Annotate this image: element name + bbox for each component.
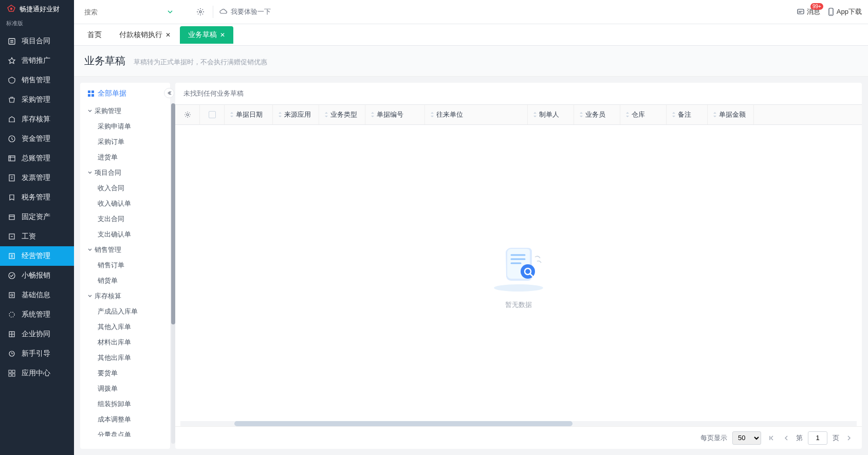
horizontal-scrollbar[interactable] <box>180 421 857 426</box>
pagination: 每页显示 50 第 页 <box>175 426 862 449</box>
tree-group-2[interactable]: 销售管理 <box>80 242 170 258</box>
filter-root[interactable]: 全部单据 <box>80 89 170 103</box>
tree-item[interactable]: 成本调整单 <box>80 412 170 427</box>
close-icon[interactable]: ✕ <box>220 31 225 39</box>
sort-icon <box>625 112 630 118</box>
messages-button[interactable]: 消息 99+ <box>797 7 820 16</box>
filter-scroll-thumb[interactable] <box>171 103 175 324</box>
nav-item-16[interactable]: 新手引导 <box>0 344 74 363</box>
nav-item-15[interactable]: 企业协同 <box>0 324 74 344</box>
nav-item-1[interactable]: 营销推广 <box>0 51 74 70</box>
column-label: 制单人 <box>539 110 559 119</box>
nav-item-4[interactable]: 库存核算 <box>0 110 74 129</box>
tree-item[interactable]: 收入合同 <box>80 180 170 196</box>
collapse-toggle[interactable] <box>164 88 174 98</box>
select-all-checkbox[interactable] <box>200 105 225 124</box>
nav-item-13[interactable]: 基础信息 <box>0 285 74 305</box>
column-header[interactable]: 单据金额 <box>708 105 754 124</box>
search-dropdown-icon[interactable] <box>168 9 173 14</box>
brand: 畅捷通好业财 <box>0 0 74 19</box>
feedback-button[interactable]: 我要体验一下 <box>219 7 271 16</box>
horizontal-scroll-thumb[interactable] <box>234 421 572 426</box>
brand-edition: 标准版 <box>0 19 74 31</box>
column-header[interactable]: 备注 <box>667 105 708 124</box>
filter-scrollbar[interactable] <box>171 103 175 444</box>
nav-icon <box>7 212 16 222</box>
column-header[interactable]: 单据日期 <box>225 105 273 124</box>
tree-item[interactable]: 要货单 <box>80 366 170 381</box>
tab-0[interactable]: 首页 <box>79 26 110 44</box>
nav-item-17[interactable]: 应用中心 <box>0 363 74 383</box>
page-input[interactable] <box>808 431 827 445</box>
column-header[interactable]: 往来单位 <box>425 105 528 124</box>
column-settings-button[interactable] <box>175 105 200 124</box>
first-page-button[interactable] <box>766 435 777 441</box>
per-page-select[interactable]: 50 <box>732 431 761 445</box>
tree-item[interactable]: 采购申请单 <box>80 119 170 134</box>
nav-item-8[interactable]: 税务管理 <box>0 188 74 207</box>
nav-item-12[interactable]: 小畅报销 <box>0 266 74 285</box>
svg-point-27 <box>494 284 543 292</box>
column-header[interactable]: 制单人 <box>528 105 574 124</box>
tree-item[interactable]: 分量盘点单 <box>80 427 170 436</box>
page-prefix: 第 <box>796 433 803 443</box>
nav-item-14[interactable]: 系统管理 <box>0 305 74 324</box>
prev-page-button[interactable] <box>782 435 791 441</box>
column-header[interactable]: 业务类型 <box>319 105 365 124</box>
page-suffix: 页 <box>833 433 839 443</box>
tree-item[interactable]: 采购订单 <box>80 134 170 150</box>
nav-label: 企业协同 <box>22 330 50 339</box>
nav-label: 系统管理 <box>22 310 50 319</box>
nav-item-7[interactable]: 发票管理 <box>0 168 74 188</box>
column-header[interactable]: 单据编号 <box>365 105 425 124</box>
tree-item[interactable]: 销货单 <box>80 273 170 288</box>
svg-rect-14 <box>9 370 11 373</box>
tree-item[interactable]: 材料出库单 <box>80 335 170 350</box>
page-title: 业务草稿 <box>84 54 125 68</box>
tree-group-0[interactable]: 采购管理 <box>80 103 170 119</box>
svg-rect-24 <box>88 94 90 97</box>
filter-panel: 全部单据 采购管理采购申请单采购订单进货单项目合同收入合同收入确认单支出合同支出… <box>80 83 170 449</box>
nav-icon <box>7 330 16 339</box>
tree-item[interactable]: 调拨单 <box>80 381 170 396</box>
close-icon[interactable]: ✕ <box>165 31 171 39</box>
nav-item-6[interactable]: 总账管理 <box>0 149 74 168</box>
nav-item-5[interactable]: 资金管理 <box>0 129 74 149</box>
app-download-button[interactable]: App下载 <box>827 7 862 16</box>
tree-item[interactable]: 其他出库单 <box>80 350 170 366</box>
tree-item[interactable]: 收入确认单 <box>80 196 170 211</box>
next-page-button[interactable] <box>844 435 854 441</box>
svg-point-11 <box>9 312 14 317</box>
column-header[interactable]: 来源应用 <box>273 105 319 124</box>
svg-rect-9 <box>9 293 14 298</box>
nav-item-3[interactable]: 采购管理 <box>0 90 74 110</box>
tree-item[interactable]: 组装拆卸单 <box>80 396 170 412</box>
tree-item[interactable]: 其他入库单 <box>80 319 170 335</box>
sort-icon <box>430 112 434 118</box>
tree-item[interactable]: 支出合同 <box>80 211 170 227</box>
tree-group-1[interactable]: 项目合同 <box>80 165 170 180</box>
tab-1[interactable]: 付款核销执行✕ <box>111 26 179 44</box>
empty-text: 暂无数据 <box>505 300 532 310</box>
tree-item[interactable]: 产成品入库单 <box>80 304 170 319</box>
tree-group-3[interactable]: 库存核算 <box>80 288 170 304</box>
column-header[interactable]: 仓库 <box>620 105 667 124</box>
settings-icon[interactable] <box>194 6 207 18</box>
sort-icon <box>230 112 234 118</box>
nav-icon <box>7 193 16 202</box>
nav-label: 新手引导 <box>22 349 50 358</box>
nav-item-9[interactable]: 固定资产 <box>0 207 74 227</box>
tree-item[interactable]: 销售订单 <box>80 258 170 273</box>
column-header[interactable]: 业务员 <box>574 105 620 124</box>
tab-2[interactable]: 业务草稿✕ <box>180 26 233 44</box>
nav-item-0[interactable]: 项目合同 <box>0 31 74 51</box>
nav-item-10[interactable]: 工资 <box>0 227 74 246</box>
tree-group-label: 销售管理 <box>95 245 121 254</box>
tree-item[interactable]: 进货单 <box>80 150 170 165</box>
nav-icon <box>7 37 16 46</box>
nav-item-2[interactable]: 销售管理 <box>0 70 74 90</box>
nav-item-11[interactable]: 经营管理 <box>0 246 74 266</box>
nav-icon <box>7 310 16 319</box>
main-area: 我要体验一下 消息 99+ App下载 首页付款核销执行 <box>74 0 868 455</box>
tree-item[interactable]: 支出确认单 <box>80 227 170 242</box>
